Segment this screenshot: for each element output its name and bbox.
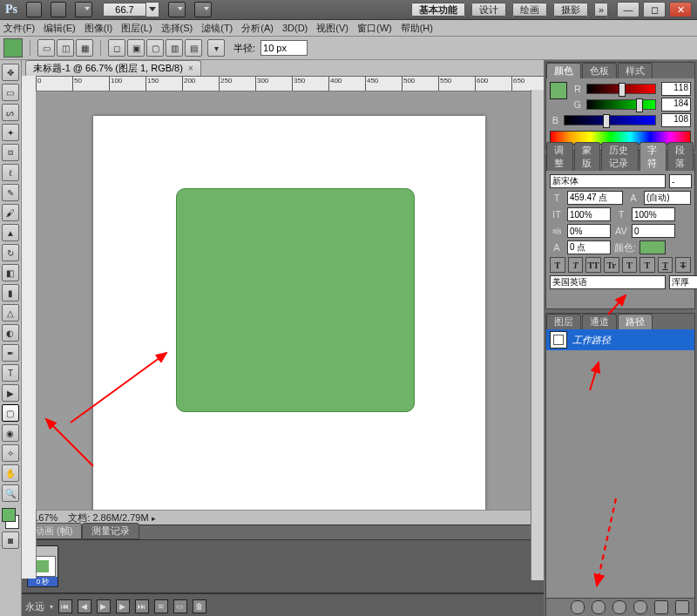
fill-pixels-button[interactable]: ▦ bbox=[76, 39, 93, 57]
foreground-background-swatch[interactable] bbox=[2, 508, 19, 529]
radius-input[interactable] bbox=[261, 40, 308, 56]
subscript[interactable]: T bbox=[639, 257, 655, 273]
menu-layer[interactable]: 图层(L) bbox=[121, 22, 152, 35]
menu-analysis[interactable]: 分析(A) bbox=[241, 22, 274, 35]
move-tool[interactable]: ✥ bbox=[2, 64, 19, 81]
type-tool[interactable]: T bbox=[2, 364, 19, 382]
hscale-input[interactable] bbox=[632, 207, 675, 221]
menu-edit[interactable]: 编辑(E) bbox=[44, 22, 76, 35]
menu-window[interactable]: 窗口(W) bbox=[357, 22, 392, 35]
kerning-input[interactable] bbox=[632, 224, 675, 238]
path-to-selection-button[interactable] bbox=[612, 600, 626, 614]
color-swatch[interactable] bbox=[550, 82, 567, 99]
crop-tool[interactable]: ⧈ bbox=[2, 144, 19, 161]
pen-tool[interactable]: ✒ bbox=[2, 344, 19, 362]
tab-color[interactable]: 颜色 bbox=[546, 63, 581, 78]
quick-select-tool[interactable]: ✦ bbox=[2, 124, 19, 141]
history-brush-tool[interactable]: ↻ bbox=[2, 244, 19, 261]
lasso-tool[interactable]: ᔕ bbox=[2, 104, 19, 121]
window-close-button[interactable]: ✕ bbox=[669, 2, 692, 17]
stamp-tool[interactable]: ▲ bbox=[2, 224, 19, 241]
combine-new-button[interactable]: ◻ bbox=[108, 39, 125, 57]
window-maximize-button[interactable]: ◻ bbox=[643, 2, 666, 17]
last-frame-button[interactable]: ⏭ bbox=[135, 599, 149, 613]
zoom-combo[interactable]: 66.7 bbox=[103, 2, 159, 17]
document-tab[interactable]: 未标题-1 @ 66.7% (图层 1, RGB/8) × bbox=[25, 60, 201, 76]
strikethrough[interactable]: T bbox=[675, 257, 691, 273]
tool-preset-swatch[interactable] bbox=[3, 38, 23, 58]
next-frame-button[interactable]: ▶ bbox=[116, 599, 130, 613]
tab-character[interactable]: 字符 bbox=[639, 142, 667, 171]
vscale-input[interactable] bbox=[567, 207, 611, 221]
tab-adjustments[interactable]: 调整 bbox=[546, 142, 573, 171]
menu-3d[interactable]: 3D(D) bbox=[282, 23, 308, 33]
foreground-color[interactable] bbox=[2, 508, 16, 522]
launch-bridge-icon[interactable] bbox=[26, 2, 42, 17]
baseline-shift-input[interactable] bbox=[567, 240, 611, 254]
selection-to-path-button[interactable] bbox=[633, 600, 647, 614]
3d-camera-tool[interactable]: ✧ bbox=[2, 444, 19, 462]
antialias-select[interactable] bbox=[669, 275, 697, 289]
delete-frame-button[interactable]: 🗑 bbox=[193, 599, 206, 613]
geometry-options-button[interactable]: ▾ bbox=[207, 39, 225, 57]
tab-layers[interactable]: 图层 bbox=[546, 314, 581, 329]
workspace-essentials[interactable]: 基本功能 bbox=[411, 3, 465, 17]
rounded-rectangle-shape[interactable] bbox=[176, 188, 415, 412]
eyedropper-tool[interactable]: ℓ bbox=[2, 164, 19, 181]
delete-path-button[interactable] bbox=[675, 600, 689, 614]
shape-layers-button[interactable]: ▭ bbox=[37, 39, 55, 57]
tab-masks[interactable]: 蒙版 bbox=[574, 142, 601, 171]
font-style-select[interactable] bbox=[669, 174, 692, 188]
scrollbar-vertical[interactable] bbox=[531, 90, 544, 580]
language-select[interactable] bbox=[550, 275, 666, 289]
close-icon[interactable]: × bbox=[188, 64, 193, 73]
g-slider[interactable] bbox=[586, 99, 656, 110]
prev-frame-button[interactable]: ◀ bbox=[78, 599, 91, 613]
menu-help[interactable]: 帮助(H) bbox=[401, 22, 433, 35]
arrange-documents-dropdown[interactable] bbox=[168, 2, 186, 17]
brush-tool[interactable]: 🖌 bbox=[2, 204, 19, 221]
view-extras-dropdown[interactable] bbox=[75, 2, 92, 17]
tab-history[interactable]: 历史记录 bbox=[601, 142, 639, 171]
b-slider[interactable] bbox=[564, 115, 656, 125]
leading-input[interactable] bbox=[644, 191, 691, 205]
combine-add-button[interactable]: ▣ bbox=[127, 39, 145, 57]
r-value[interactable]: 118 bbox=[661, 82, 691, 96]
b-value[interactable]: 108 bbox=[661, 113, 691, 127]
dodge-tool[interactable]: ◐ bbox=[2, 324, 19, 342]
g-value[interactable]: 184 bbox=[661, 98, 691, 112]
launch-minibridge-icon[interactable] bbox=[51, 2, 66, 17]
first-frame-button[interactable]: ⏮ bbox=[58, 599, 72, 613]
rounded-rectangle-tool[interactable]: ▢ bbox=[2, 404, 19, 422]
eraser-tool[interactable]: ◧ bbox=[2, 264, 19, 281]
path-select-tool[interactable]: ▶ bbox=[2, 384, 19, 402]
workspace-photography[interactable]: 摄影 bbox=[553, 3, 588, 17]
3d-tool[interactable]: ◉ bbox=[2, 424, 19, 442]
text-color-swatch[interactable] bbox=[639, 240, 666, 254]
blur-tool[interactable]: △ bbox=[2, 304, 19, 322]
tab-styles[interactable]: 样式 bbox=[618, 63, 653, 78]
loop-selector[interactable]: 永远 bbox=[25, 600, 44, 613]
stroke-path-button[interactable] bbox=[592, 600, 606, 614]
new-path-button[interactable] bbox=[654, 600, 668, 614]
quick-mask-toggle[interactable]: ◙ bbox=[2, 531, 19, 549]
workspace-painting[interactable]: 绘画 bbox=[512, 3, 547, 17]
combine-intersect-button[interactable]: ▥ bbox=[166, 39, 183, 57]
canvas-viewport[interactable] bbox=[36, 91, 544, 510]
workspace-design[interactable]: 设计 bbox=[471, 3, 506, 17]
small-caps[interactable]: Tr bbox=[604, 257, 619, 273]
font-size-input[interactable] bbox=[567, 191, 623, 205]
all-caps[interactable]: TT bbox=[585, 257, 601, 273]
tab-channels[interactable]: 通道 bbox=[582, 314, 617, 329]
combine-exclude-button[interactable]: ▤ bbox=[185, 39, 202, 57]
screen-mode-dropdown[interactable] bbox=[194, 2, 212, 17]
new-frame-button[interactable]: ▭ bbox=[173, 599, 187, 613]
r-slider[interactable] bbox=[586, 84, 656, 94]
menu-view[interactable]: 视图(V) bbox=[316, 22, 348, 35]
chevron-down-icon[interactable] bbox=[146, 2, 159, 17]
font-family-select[interactable] bbox=[550, 174, 666, 188]
tab-measurement-log[interactable]: 测量记录 bbox=[82, 523, 139, 539]
menu-file[interactable]: 文件(F) bbox=[3, 22, 35, 35]
fill-path-button[interactable] bbox=[571, 600, 585, 614]
tab-paths[interactable]: 路径 bbox=[618, 314, 653, 329]
